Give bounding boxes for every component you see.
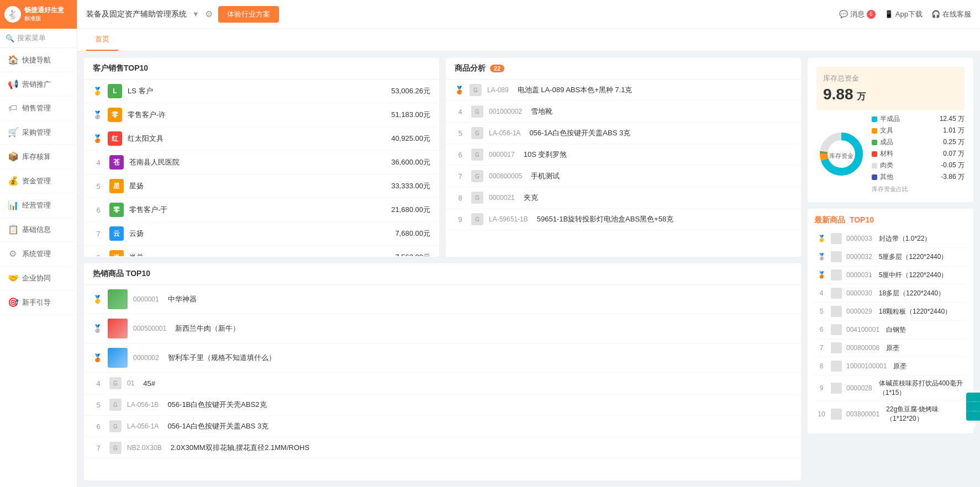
customer-avatar-3: 红 <box>108 131 122 146</box>
legend-value: -3.86 万 <box>941 172 965 182</box>
sidebar-item-label: 资金管理 <box>22 176 51 186</box>
main-area: 装备及固定资产辅助管理系统 ▼ ⚙ 体验行业方案 💬 消息 6 📱 App下载 … <box>77 0 980 487</box>
product-name: 夹克 <box>524 193 792 203</box>
sidebar-item-marketing[interactable]: 📢 营销推广 <box>0 72 77 97</box>
product-name: 59651-1B旋转投影灯电池盒ABS黑色+58克 <box>537 214 792 224</box>
right-panel: 库存总资金 9.88 万 <box>808 58 973 480</box>
rank-num-4: 4 <box>93 158 104 167</box>
inventory-total: 9.88 万 <box>823 86 958 103</box>
legend-dot <box>872 163 877 168</box>
legend-dot <box>872 128 877 134</box>
service-hotline-btn[interactable]: 客服热线 <box>966 393 980 402</box>
product-code-4: 01 <box>127 379 134 387</box>
np-name-6: 白钢垫 <box>886 325 965 335</box>
sidebar-item-guide[interactable]: 🎯 新手引导 <box>0 290 77 315</box>
legend-dot <box>872 140 877 145</box>
new-products-list: 🥇 0000033 封边带（1.0*22） 🥈 0000032 5厘多层（122… <box>814 230 967 427</box>
search-icon: 🔍 <box>6 34 14 43</box>
topbar-dropdown-icon[interactable]: ▼ <box>192 10 199 18</box>
app-download-label: App下载 <box>895 9 923 19</box>
np-code-5: 0000029 <box>846 308 872 315</box>
sidebar-item-home[interactable]: 🏠 快捷导航 <box>0 48 77 72</box>
hot-product-item: 8 G 0000011 12070519-xs <box>84 459 801 462</box>
content-area: 客户销售TOP10 🥇 L LS 客户 53,006.26元 🥈 零 <box>77 51 980 487</box>
legend-item-semifinished: 半成品 12.45 万 <box>872 114 965 124</box>
sidebar-item-basic-info[interactable]: 📋 基础信息 <box>0 218 77 242</box>
inventory-icon: 📦 <box>8 151 18 162</box>
product-analysis-title: 商品分析 <box>455 63 486 73</box>
trial-button[interactable]: 体验行业方案 <box>218 6 279 23</box>
search-menu[interactable]: 🔍 搜索菜单 <box>0 29 77 48</box>
floating-service: 客服热线 服务社区 直播 <box>966 393 980 421</box>
np-name-2: 5厘多层（1220*2440） <box>879 252 965 262</box>
topbar-gear-icon[interactable]: ⚙ <box>205 9 213 19</box>
sidebar-item-label: 系统管理 <box>22 249 51 259</box>
np-name-10: 22g鱼豆腐·烧烤味（1*12*20） <box>886 405 965 424</box>
rank-medal-1: 🥇 <box>93 87 102 96</box>
app-download-btn[interactable]: 📱 App下载 <box>884 9 923 19</box>
sales-item: 5 星 星扬 33,333.00元 <box>84 174 439 198</box>
phone-icon: 📱 <box>884 10 893 18</box>
sidebar-item-operations[interactable]: 📊 经营管理 <box>0 193 77 218</box>
np-code-4: 0000030 <box>846 289 872 297</box>
legend-label: 半成品 <box>880 114 937 124</box>
product-item: 6 G 0000017 10S 变刹罗煞 <box>446 144 801 166</box>
customer-sales-list: 🥇 L LS 客户 53,006.26元 🥈 零 零售客户-许 51,183.0… <box>84 80 439 256</box>
product-item: 🥉 G LA-089 电池盖 LA-089 ABS本色+黑种 7.1克 <box>446 80 801 101</box>
sidebar-item-system[interactable]: ⚙ 系统管理 <box>0 242 77 266</box>
rank-num: 6 <box>455 151 466 159</box>
np-code-8: 10000100001 <box>846 362 887 370</box>
np-code-9: 0000028 <box>846 384 872 392</box>
sidebar-item-label: 采购管理 <box>22 128 51 137</box>
customer-amount-5: 33,333.00元 <box>391 181 430 191</box>
hot-product-item: 🥈 000500001 新西兰牛肉（新牛） <box>84 314 801 343</box>
service-live-btn[interactable]: 直播 <box>966 411 980 421</box>
product-name-1: 中华神器 <box>168 294 792 304</box>
rank-num-5: 5 <box>93 401 104 409</box>
legend-note: 库存资金占比 <box>872 185 965 193</box>
message-btn[interactable]: 💬 消息 6 <box>839 9 876 19</box>
np-name-9: 体碱蔗枝味苏打饮品400毫升（1*15） <box>879 379 965 398</box>
tab-home[interactable]: 首页 <box>86 29 118 51</box>
marketing-icon: 📢 <box>8 79 18 89</box>
hot-product-item: 4 G 01 45# <box>84 373 801 394</box>
new-product-item: 4 0000030 18多层（1220*2440） <box>814 284 967 303</box>
customer-avatar-6: 零 <box>109 203 124 217</box>
product-name: 电池盖 LA-089 ABS本色+黑种 7.1克 <box>518 85 792 95</box>
sales-item: 7 云 云扬 7,680.00元 <box>84 222 439 246</box>
customer-avatar-2: 零 <box>108 108 122 122</box>
svg-text:库存资金: 库存资金 <box>829 152 853 159</box>
customer-avatar-4: 苍 <box>109 155 124 170</box>
customer-name-4: 苍南县人民医院 <box>129 157 386 167</box>
product-analysis-header: 商品分析 22 <box>446 58 801 80</box>
customer-sales-title: 客户销售TOP10 <box>93 63 148 73</box>
sidebar-item-label: 营销推广 <box>22 80 51 89</box>
sidebar-item-sales[interactable]: 🏷 销售管理 <box>0 97 77 120</box>
sidebar-item-purchase[interactable]: 🛒 采购管理 <box>0 120 77 145</box>
product-img: G <box>471 213 483 225</box>
sales-item: 🥇 L LS 客户 53,006.26元 <box>84 80 439 103</box>
sidebar-item-enterprise[interactable]: 🤝 企业协同 <box>0 266 77 290</box>
new-product-item: 9 0000028 体碱蔗枝味苏打饮品400毫升（1*15） <box>814 375 967 401</box>
product-img: G <box>471 105 483 118</box>
legend-label: 其他 <box>880 172 938 182</box>
np-icon-2 <box>831 251 842 262</box>
rank-medal-1: 🥇 <box>93 295 102 304</box>
np-name-8: 原垄 <box>893 362 965 371</box>
customer-name-6: 零售客户-于 <box>129 205 386 215</box>
product-code: 0000017 <box>489 151 515 158</box>
product-img-6: G <box>109 420 122 432</box>
online-service-btn[interactable]: 🎧 在线客服 <box>931 9 971 19</box>
sidebar-item-label: 基础信息 <box>22 225 51 235</box>
np-icon-9 <box>831 383 842 394</box>
headset-icon: 🎧 <box>931 10 940 18</box>
sidebar-item-finance[interactable]: 💰 资金管理 <box>0 169 77 193</box>
product-img: G <box>470 84 482 96</box>
service-community-btn[interactable]: 服务社区 <box>966 402 980 411</box>
online-service-label: 在线客服 <box>942 9 971 19</box>
rank-num: 8 <box>455 194 466 202</box>
product-item: 9 G LA-59651-1B 59651-1B旋转投影灯电池盒ABS黑色+58… <box>446 209 801 230</box>
rank-num-8: 8 <box>93 253 104 257</box>
product-code-2: 000500001 <box>133 325 166 332</box>
sidebar-item-inventory[interactable]: 📦 库存核算 <box>0 145 77 169</box>
